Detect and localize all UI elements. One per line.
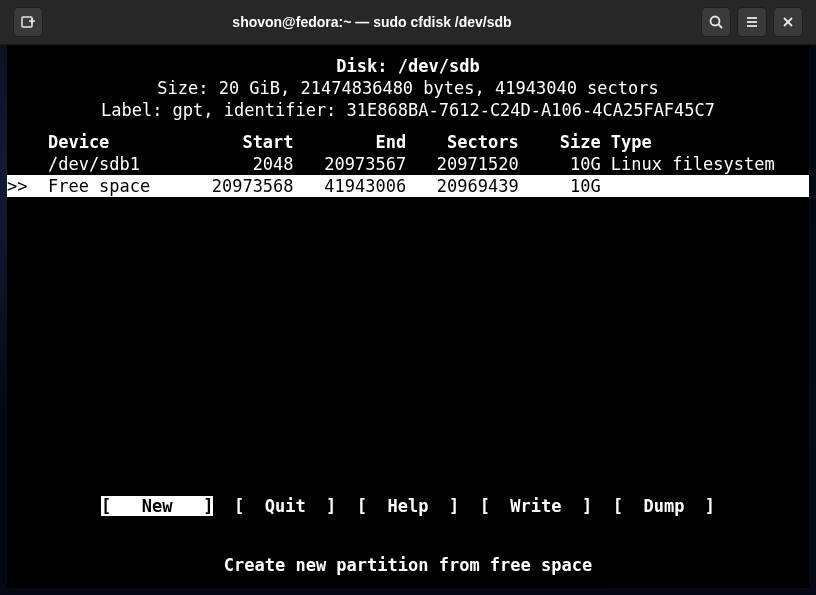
help-button[interactable]: [ Help ] bbox=[357, 496, 459, 516]
search-button[interactable] bbox=[701, 7, 731, 37]
window-title: shovon@fedora:~ — sudo cfdisk /dev/sdb bbox=[46, 14, 698, 30]
table-row[interactable]: /dev/sdb1 2048 20973567 20971520 10G Lin… bbox=[7, 153, 809, 175]
terminal-content: Disk: /dev/sdb Size: 20 GiB, 21474836480… bbox=[7, 45, 809, 588]
menu-button[interactable] bbox=[737, 7, 767, 37]
svg-rect-0 bbox=[22, 17, 32, 27]
svg-point-3 bbox=[711, 17, 720, 26]
svg-line-4 bbox=[719, 25, 723, 29]
partition-table: Device Start End Sectors Size Type /dev/… bbox=[7, 131, 809, 197]
table-header: Device Start End Sectors Size Type bbox=[7, 131, 809, 153]
quit-button[interactable]: [ Quit ] bbox=[234, 496, 336, 516]
dump-button[interactable]: [ Dump ] bbox=[613, 496, 715, 516]
titlebar: shovon@fedora:~ — sudo cfdisk /dev/sdb bbox=[0, 0, 816, 45]
disk-header: Disk: /dev/sdb bbox=[7, 55, 809, 77]
write-button[interactable]: [ Write ] bbox=[480, 496, 593, 516]
close-button[interactable] bbox=[773, 7, 803, 37]
new-tab-button[interactable] bbox=[13, 7, 43, 37]
status-line: Create new partition from free space bbox=[7, 554, 809, 576]
menu-bar: [ New ] [ Quit ] [ Help ] [ Write ] [ Du… bbox=[7, 495, 809, 517]
disk-size: Size: 20 GiB, 21474836480 bytes, 4194304… bbox=[7, 77, 809, 99]
new-button[interactable]: [ New ] bbox=[101, 496, 214, 516]
table-row-selected[interactable]: >> Free space 20973568 41943006 20969439… bbox=[7, 175, 809, 197]
disk-label: Label: gpt, identifier: 31E868BA-7612-C2… bbox=[7, 99, 809, 121]
